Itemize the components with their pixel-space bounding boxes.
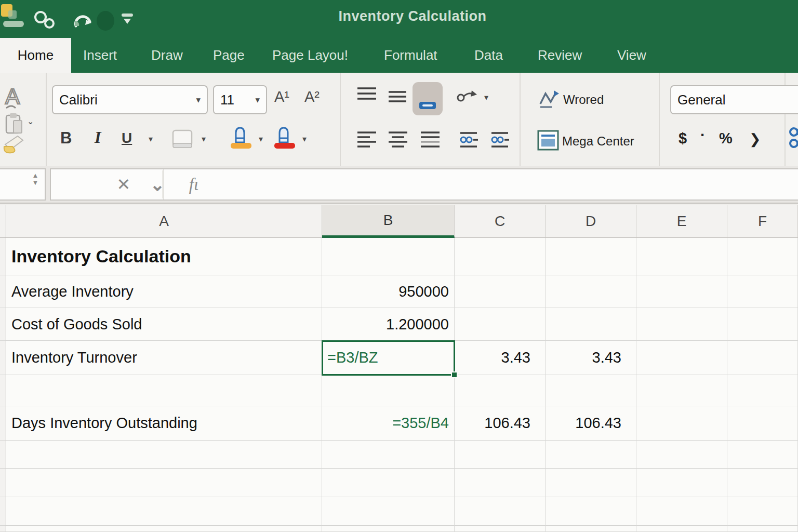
align-top-icon[interactable] — [356, 86, 377, 103]
fill-color-icon[interactable] — [229, 127, 255, 151]
cell-C9[interactable] — [455, 497, 546, 526]
cell-D9[interactable] — [546, 497, 636, 526]
cell-A1[interactable]: Inventory Calculation — [6, 238, 322, 275]
cell-A8[interactable] — [6, 469, 322, 497]
column-header-F[interactable]: F — [727, 205, 798, 238]
align-right-icon[interactable] — [420, 131, 441, 149]
cell-F7[interactable] — [727, 441, 798, 469]
row-header-10[interactable] — [0, 526, 6, 532]
merge-center-icon[interactable] — [537, 130, 559, 151]
cell-C2[interactable] — [455, 275, 546, 308]
cell-B5[interactable] — [322, 375, 455, 406]
cell-A10[interactable] — [6, 526, 322, 532]
increase-decimal-icon[interactable] — [789, 127, 798, 150]
cell-E9[interactable] — [636, 497, 727, 526]
tab-view[interactable]: View — [617, 38, 646, 73]
column-header-C[interactable]: C — [455, 205, 546, 238]
tab-review[interactable]: Review — [538, 38, 582, 73]
fill-handle[interactable] — [451, 371, 458, 378]
row-header-3[interactable] — [0, 308, 6, 341]
cell-F2[interactable] — [727, 275, 798, 308]
cell-F10[interactable] — [727, 526, 798, 532]
cell-A2[interactable]: Average Inventory — [6, 275, 322, 308]
name-box-spinner[interactable]: ▲▼ — [30, 172, 41, 187]
cell-C4[interactable]: 3.43 — [455, 341, 546, 375]
cell-E2[interactable] — [636, 275, 727, 308]
underline-dropdown-icon[interactable]: ▾ — [149, 134, 153, 144]
cell-F4[interactable] — [727, 341, 798, 375]
decrease-indent-icon[interactable] — [459, 131, 479, 150]
cell-B10[interactable] — [322, 526, 455, 532]
cell-B2[interactable]: 950000 — [322, 275, 455, 308]
row-header-2[interactable] — [0, 275, 6, 308]
cell-D2[interactable] — [546, 275, 636, 308]
cell-C1[interactable] — [455, 238, 546, 275]
currency-format-icon[interactable]: $ — [679, 130, 687, 147]
cell-A3[interactable]: Cost of Goods Sold — [6, 308, 322, 341]
column-header-D[interactable]: D — [546, 205, 636, 238]
cell-A6[interactable]: Days Inventory Outstanding — [6, 406, 322, 441]
cell-D5[interactable] — [546, 375, 636, 406]
merge-center-label[interactable]: Mega Center — [562, 134, 634, 149]
cell-D7[interactable] — [546, 441, 636, 469]
align-center-icon[interactable] — [388, 131, 408, 149]
comma-format-icon[interactable]: · — [700, 127, 706, 144]
align-left-icon[interactable] — [356, 131, 377, 149]
cancel-icon[interactable]: ✕ — [108, 169, 139, 200]
cell-E6[interactable] — [636, 406, 727, 441]
column-header-E[interactable]: E — [636, 205, 727, 238]
font-size-select[interactable]: 11 ▾ — [213, 85, 267, 114]
name-box[interactable]: ▲▼ — [0, 168, 46, 201]
cell-E1[interactable] — [636, 238, 727, 275]
align-bottom-button-selected[interactable] — [413, 82, 443, 115]
cell-A7[interactable] — [6, 441, 322, 469]
wrap-text-label[interactable]: Wrored — [563, 92, 604, 107]
cell-B6[interactable]: =355/B4 — [322, 406, 455, 441]
cell-C7[interactable] — [455, 441, 546, 469]
formula-input[interactable] — [217, 169, 798, 200]
cell-B9[interactable] — [322, 497, 455, 526]
tab-page[interactable]: Page — [213, 38, 245, 73]
row-header-4[interactable] — [0, 341, 6, 375]
column-header-A[interactable]: A — [6, 205, 322, 238]
cell-E10[interactable] — [636, 526, 727, 532]
tab-draw[interactable]: Draw — [151, 38, 183, 73]
cell-C10[interactable] — [455, 526, 546, 532]
cell-D10[interactable] — [546, 526, 636, 532]
wrap-text-icon[interactable] — [538, 88, 561, 109]
cell-A9[interactable] — [6, 497, 322, 526]
cell-D1[interactable] — [546, 238, 636, 275]
cell-A4[interactable]: Inventory Turnover — [6, 341, 322, 375]
cell-F6[interactable] — [727, 406, 798, 441]
insert-function-icon[interactable]: fι — [177, 169, 211, 200]
cell-A5[interactable] — [6, 375, 322, 406]
cell-C6[interactable]: 106.43 — [455, 406, 546, 441]
cell-B8[interactable] — [322, 469, 455, 497]
decrease-font-icon[interactable]: A² — [304, 88, 320, 105]
tab-home[interactable]: Home — [0, 38, 71, 73]
cell-E7[interactable] — [636, 441, 727, 469]
cell-E8[interactable] — [636, 469, 727, 497]
align-middle-icon[interactable] — [388, 90, 407, 105]
italic-button[interactable]: I — [95, 128, 101, 147]
increase-font-icon[interactable]: A¹ — [274, 88, 289, 105]
select-all-corner[interactable] — [0, 205, 6, 238]
cell-E3[interactable] — [636, 308, 727, 341]
row-header-6[interactable] — [0, 406, 6, 441]
cell-E4[interactable] — [636, 341, 727, 375]
cell-D8[interactable] — [546, 469, 636, 497]
cell-E5[interactable] — [636, 375, 727, 406]
underline-button[interactable]: U — [122, 130, 132, 147]
row-header-8[interactable] — [0, 469, 6, 497]
cell-B3[interactable]: 1.200000 — [322, 308, 455, 341]
format-painter-icon[interactable] — [2, 129, 26, 156]
cell-C8[interactable] — [455, 469, 546, 497]
row-header-5[interactable] — [0, 375, 6, 406]
more-formats-icon[interactable]: ❯ — [749, 131, 761, 148]
tab-page-layou-[interactable]: Page Layou! — [272, 38, 348, 73]
font-name-select[interactable]: Calibri ▾ — [52, 85, 208, 114]
increase-indent-icon[interactable] — [490, 131, 510, 150]
cell-F1[interactable] — [727, 238, 798, 275]
cell-D3[interactable] — [546, 308, 636, 341]
cell-F8[interactable] — [727, 469, 798, 497]
